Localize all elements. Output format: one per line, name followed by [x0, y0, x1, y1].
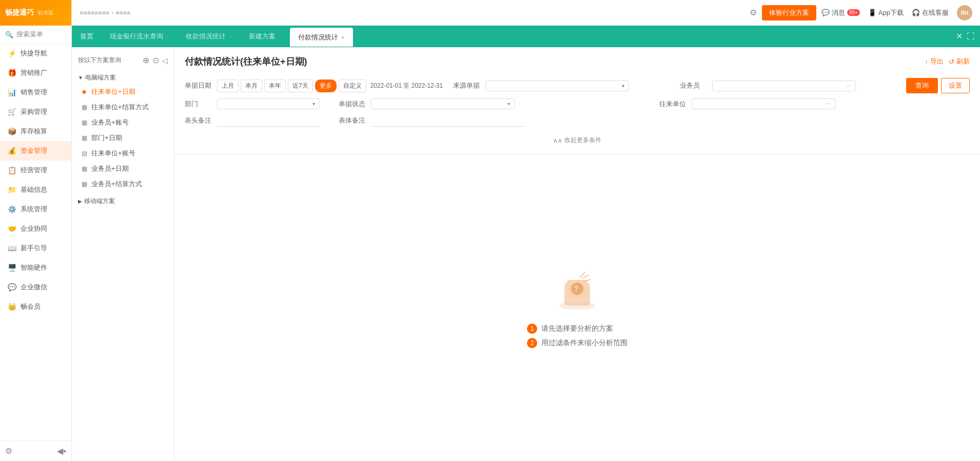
date-btn-this-year[interactable]: 本年: [264, 79, 286, 92]
source-select[interactable]: ▾: [485, 81, 629, 91]
scheme-settings-icon[interactable]: ⊙: [152, 55, 159, 65]
unit-select[interactable]: ···: [692, 98, 835, 109]
scheme-table-icon4: ▦: [80, 165, 88, 173]
settings-footer-icon[interactable]: ⚙: [5, 446, 12, 456]
scheme-group-chevron: ▼: [78, 75, 83, 81]
query-btn[interactable]: 查询: [906, 78, 938, 93]
message-action[interactable]: 💬 消息 99+: [821, 8, 860, 17]
source-label: 来源单据: [453, 81, 481, 90]
sidebar-item-quick-nav[interactable]: ⚡ 快捷导航: [0, 44, 71, 63]
date-btn-last-month[interactable]: 上月: [217, 79, 239, 92]
scheme-item-staff-date[interactable]: ▦ 业务员+日期: [72, 161, 174, 176]
date-btn-more[interactable]: 更多: [315, 79, 337, 92]
sidebar-item-purchase[interactable]: 🛒 采购管理: [0, 102, 71, 122]
sidebar-edition: 标准版: [38, 9, 53, 16]
dept-select[interactable]: ▾: [217, 98, 320, 109]
sidebar-item-guide[interactable]: 📖 新手引导: [0, 238, 71, 258]
sidebar-item-enterprise[interactable]: 🤝 企业协同: [0, 219, 71, 238]
left-panel-header: 按以下方案查询 ⊕ ⊙ ◁: [72, 52, 174, 68]
sidebar-search[interactable]: 🔍 搜索菜单: [0, 26, 71, 44]
setting-btn[interactable]: 设置: [941, 78, 970, 93]
scheme-item-unit-account[interactable]: ▤ 往来单位+账号: [72, 146, 174, 161]
dept-label: 部门: [185, 99, 213, 109]
sidebar-item-label: 企业微信: [21, 283, 47, 292]
scheme-item-staff-settlement[interactable]: ▦ 业务员+结算方式: [72, 176, 174, 192]
close-all-tabs-icon[interactable]: ✕: [956, 31, 963, 41]
service-action[interactable]: 🎧 在线客服: [912, 8, 949, 17]
tab-payment[interactable]: 付款情况统计 ×: [290, 28, 352, 47]
tab-collection-close[interactable]: ×: [229, 33, 232, 39]
app-action[interactable]: 📱 App下载: [868, 8, 904, 17]
date-label: 单据日期: [185, 81, 213, 90]
sidebar-item-label: 智能硬件: [21, 263, 47, 272]
tab-new-scheme[interactable]: 新建方案 ×: [241, 26, 290, 47]
hardware-icon: 🖥️: [7, 263, 16, 272]
tab-cash-flow-close[interactable]: ×: [166, 33, 169, 39]
trial-btn[interactable]: 体验行业方案: [762, 5, 816, 21]
finance-icon: 💰: [7, 146, 16, 155]
enterprise-icon: 🤝: [7, 224, 16, 233]
left-panel-actions: ⊕ ⊙ ◁: [143, 55, 168, 65]
sidebar-item-business[interactable]: 📋 经营管理: [0, 161, 71, 180]
add-scheme-icon[interactable]: ⊕: [143, 55, 149, 65]
scheme-table-icon5: ▦: [80, 180, 88, 188]
scheme-item-unit-settlement[interactable]: ▦ 往来单位+结算方式: [72, 99, 174, 115]
scheme-group-desktop-header[interactable]: ▼ 电脑端方案: [72, 71, 174, 84]
date-btn-this-month[interactable]: 本月: [241, 79, 262, 92]
sidebar-item-wechat[interactable]: 💬 企业微信: [0, 277, 71, 297]
staff-label: 业务员: [680, 81, 708, 90]
tab-new-scheme-close[interactable]: ×: [279, 33, 282, 39]
unit-chevron-icon: ···: [827, 101, 831, 107]
sidebar-item-marketing[interactable]: 🎁 营销推广: [0, 63, 71, 83]
filter-notehead-item: 表头备注: [185, 114, 328, 127]
scheme-item-dept-date[interactable]: ▦ 部门+日期: [72, 130, 174, 146]
tab-collection[interactable]: 收款情况统计 ×: [178, 26, 240, 47]
filter-row-3: 表头备注 表体备注: [185, 114, 970, 127]
scheme-group-mobile-header[interactable]: ▶ 移动端方案: [72, 195, 174, 208]
export-btn[interactable]: ↑ 导出: [925, 57, 944, 66]
date-btn-custom[interactable]: 自定义: [339, 79, 366, 92]
sidebar-search-label: 搜索菜单: [16, 30, 43, 39]
notebody-input[interactable]: [371, 114, 525, 127]
scheme-item-label: 往来单位+账号: [91, 149, 135, 158]
staff-select[interactable]: ···: [712, 81, 856, 91]
filter-unit-item: 往来单位 ···: [659, 98, 970, 109]
sidebar-item-inventory[interactable]: 📦 库存核算: [0, 122, 71, 141]
unit-label: 往来单位: [659, 99, 688, 109]
scheme-group-mobile: ▶ 移动端方案: [72, 195, 174, 208]
tab-cash-flow[interactable]: 现金银行流水查询 ×: [102, 26, 178, 47]
quick-nav-icon: ⚡: [7, 49, 16, 58]
date-btn-7days[interactable]: 近7天: [288, 79, 313, 92]
refresh-btn[interactable]: ↺ 刷新: [949, 57, 970, 66]
export-label: 导出: [930, 57, 944, 66]
collapse-sidebar-icon[interactable]: ◀▪: [57, 446, 66, 456]
sidebar-item-system[interactable]: ⚙️ 系统管理: [0, 199, 71, 219]
notebody-label: 表体备注: [339, 116, 367, 125]
sidebar-item-basic[interactable]: 📁 基础信息: [0, 180, 71, 199]
sidebar-item-sales[interactable]: 📊 销售管理: [0, 83, 71, 102]
scheme-group-desktop: ▼ 电脑端方案 ● 往来单位+日期 ▦ 往来单位+结算方式 ▦ 业务员+账号 ▦: [72, 71, 174, 192]
sidebar-item-label: 企业协同: [21, 224, 47, 233]
notehead-input[interactable]: [217, 114, 320, 127]
collapse-filter-btn[interactable]: ∧∧ 收起更多条件: [185, 132, 970, 149]
docstatus-select[interactable]: ▾: [371, 98, 515, 109]
filter-notebody-item: 表体备注: [339, 114, 970, 127]
settings-icon[interactable]: ⚙: [750, 8, 757, 17]
sidebar-item-member[interactable]: 👑 畅会员: [0, 297, 71, 316]
sidebar-item-finance[interactable]: 💰 资金管理: [0, 141, 71, 161]
scheme-item-staff-account[interactable]: ▦ 业务员+账号: [72, 115, 174, 130]
scheme-group-chevron2: ▶: [78, 198, 82, 204]
tab-home[interactable]: 首页: [72, 26, 102, 47]
scheme-item-unit-date[interactable]: ● 往来单位+日期: [72, 84, 174, 99]
right-panel: 付款情况统计(往来单位+日期) ↑ 导出 ↺ 刷新 单: [174, 47, 980, 461]
tab-payment-close[interactable]: ×: [341, 34, 344, 41]
maximize-icon[interactable]: ⛶: [967, 32, 975, 41]
svg-text:?: ?: [574, 285, 578, 293]
message-icon: 💬: [821, 9, 830, 16]
avatar[interactable]: Rit: [957, 5, 972, 21]
collapse-panel-icon[interactable]: ◁: [162, 56, 168, 65]
service-label: 在线客服: [922, 8, 949, 17]
sidebar-item-label: 基础信息: [21, 185, 47, 194]
sidebar-item-hardware[interactable]: 🖥️ 智能硬件: [0, 258, 71, 277]
left-panel-title: 按以下方案查询: [78, 56, 121, 65]
